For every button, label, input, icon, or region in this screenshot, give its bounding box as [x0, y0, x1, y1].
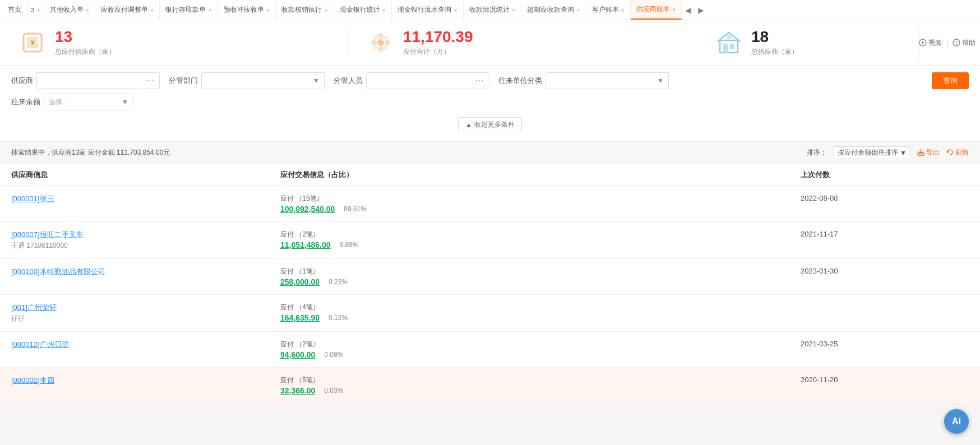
svg-rect-12	[720, 40, 738, 53]
stat-total-suppliers: 18 总供应商（家）	[696, 25, 919, 61]
nav-tab-3[interactable]: 3 ×	[27, 0, 44, 20]
supplier-cell: [000001]张三	[11, 194, 280, 204]
col-transaction-info: 应付交易信息（占比）	[280, 170, 801, 180]
filter-person: 分管人员 ···	[334, 72, 489, 89]
stat-payable-amount: 11,170.39 应付合计（万）	[348, 25, 696, 61]
trans-amount-link[interactable]: 258,000.00	[280, 277, 320, 286]
transaction-cell: 应付 （15笔） 100,092,540.00 89.61%	[280, 194, 801, 214]
balance-select[interactable]: 选择... ▼	[44, 94, 133, 110]
payable-suppliers-label: 总应付供应商（家）	[55, 47, 115, 57]
nav-tab-receipt-stat[interactable]: 收款情况统计 ×	[464, 0, 521, 20]
collapse-button[interactable]: ▲ 收起更多条件	[458, 117, 522, 132]
transaction-cell: 应付 （2笔） 11,051,486.00 9.89%	[280, 230, 801, 249]
supplier-link[interactable]: [000002]李四	[11, 376, 54, 384]
payable-amount-label: 应付合计（万）	[403, 47, 473, 57]
table-row: [000002]李四 应付 （5笔） 32,366.00 0.03% 2020-…	[0, 368, 980, 404]
close-icon[interactable]: ×	[672, 6, 676, 13]
transaction-cell: 应付 （2笔） 94,600.00 0.08%	[280, 340, 801, 359]
table-row: [001]广州荣轩 仔仔 应付 （4笔） 164,635.90 0.15%	[0, 295, 980, 332]
results-summary: 搜索结果中，供应商13家 应付金额 111,703,854.00元	[11, 148, 170, 157]
close-icon[interactable]: ×	[576, 7, 580, 13]
nav-next-arrow[interactable]: ▶	[695, 6, 708, 15]
supplier-cell: [000012]广州贝瑞	[11, 340, 280, 350]
refresh-button[interactable]: 刷新	[946, 148, 969, 157]
table-row: [000100]本特勤油品有限公司 应付 （1笔） 258,000.00 0.2…	[0, 259, 980, 295]
filter-row-2: 往来余额 选择... ▼	[11, 94, 969, 110]
help-circle-icon: ? 帮助	[953, 38, 976, 48]
svg-point-7	[385, 40, 390, 45]
stat-icon-store	[713, 27, 745, 58]
nav-tab-supplier-ledger[interactable]: 供应商账本 ×	[631, 0, 682, 20]
dept-select[interactable]: ▼	[201, 72, 325, 89]
sort-select[interactable]: 按应付余额倒序排序 ▼	[834, 146, 910, 159]
supplier-link[interactable]: [001]广州荣轩	[11, 303, 57, 312]
filter-area: 供应商 ··· 分管部门 ▼ 分管人员 ··· 往来单位分类	[0, 66, 980, 142]
close-icon[interactable]: ×	[454, 7, 457, 13]
table-row: [000012]广州贝瑞 应付 （2笔） 94,600.00 0.08% 202…	[0, 332, 980, 368]
query-button[interactable]: 查询	[932, 72, 969, 89]
total-suppliers-count: 18	[751, 29, 798, 45]
nav-tab-overdue-ar[interactable]: 超期应收款查询 ×	[521, 0, 586, 20]
nav-tab-bank-deposit[interactable]: 银行存取款单 ×	[160, 0, 218, 20]
supplier-link[interactable]: [000100]本特勤油品有限公司	[11, 267, 105, 276]
nav-tab-payment-exec[interactable]: 收款核销执行 ×	[276, 0, 334, 20]
trans-amount-link[interactable]: 164,635.90	[280, 313, 320, 322]
nav-tab-home[interactable]: 首页	[2, 0, 27, 20]
svg-marker-17	[922, 41, 924, 44]
svg-point-3	[377, 39, 384, 46]
help-area: 视频 | ? 帮助	[919, 25, 980, 61]
trans-amount-link[interactable]: 32,366.00	[280, 386, 315, 395]
svg-rect-13	[723, 44, 728, 53]
refresh-icon	[946, 149, 954, 157]
close-icon[interactable]: ×	[266, 7, 270, 13]
svg-point-10	[373, 45, 378, 50]
transaction-cell: 应付 （5笔） 32,366.00 0.03%	[280, 376, 801, 395]
last-pay-cell: 2020-11-20	[801, 376, 969, 384]
col-last-pay: 上次付数	[801, 170, 969, 180]
supplier-link[interactable]: [000012]广州贝瑞	[11, 340, 69, 349]
trans-amount-link[interactable]: 94,600.00	[280, 350, 315, 359]
filter-category: 往来单位分类 ▼	[498, 72, 669, 89]
nav-tab-prepay-offset[interactable]: 预收冲应收单 ×	[218, 0, 276, 20]
video-circle-icon: 视频	[919, 38, 942, 48]
nav-tab-other-income[interactable]: 其他收入单 ×	[44, 0, 95, 20]
last-pay-cell: 2023-01-30	[801, 267, 969, 275]
payable-amount-number: 11,170.39	[403, 29, 473, 45]
supplier-input[interactable]: ···	[36, 72, 160, 89]
filter-supplier: 供应商 ···	[11, 72, 160, 89]
transaction-cell: 应付 （1笔） 258,000.00 0.23%	[280, 267, 801, 286]
svg-point-9	[383, 35, 388, 40]
close-icon[interactable]: ×	[512, 7, 515, 13]
svg-point-4	[378, 33, 383, 39]
supplier-link[interactable]: [000001]张三	[11, 194, 54, 203]
close-icon[interactable]: ×	[86, 7, 89, 13]
svg-point-6	[371, 40, 377, 45]
export-button[interactable]: 导出	[917, 148, 940, 157]
close-icon[interactable]: ×	[621, 7, 625, 13]
close-icon[interactable]: ×	[324, 7, 327, 13]
supplier-cell: [001]广州荣轩 仔仔	[11, 303, 280, 323]
nav-tab-cash-flow-query[interactable]: 现金银行流水查询 ×	[392, 0, 463, 20]
filter-balance: 往来余额 选择... ▼	[11, 94, 133, 110]
category-select[interactable]: ▼	[546, 72, 669, 89]
last-pay-cell: 2022-08-08	[801, 194, 969, 202]
filter-collapse-row: ▲ 收起更多条件	[11, 115, 969, 135]
close-icon[interactable]: ×	[150, 7, 154, 13]
close-icon[interactable]: ×	[208, 7, 211, 13]
filter-row-1: 供应商 ··· 分管部门 ▼ 分管人员 ··· 往来单位分类	[11, 72, 969, 89]
col-supplier-info: 供应商信息	[11, 170, 280, 180]
trans-amount-link[interactable]: 11,051,486.00	[280, 240, 331, 249]
trans-amount-link[interactable]: 100,092,540.00	[280, 205, 335, 214]
supplier-link[interactable]: [000007]恒旺二手叉车	[11, 230, 84, 239]
svg-point-8	[373, 35, 378, 40]
close-icon[interactable]: ×	[36, 7, 40, 13]
nav-tab-customer-ledger[interactable]: 客户账本 ×	[586, 0, 631, 20]
nav-prev-arrow[interactable]: ◀	[682, 6, 695, 15]
nav-tab-cash-bank-stat[interactable]: 现金银行统计 ×	[334, 0, 392, 20]
close-icon[interactable]: ×	[382, 7, 386, 13]
person-input[interactable]: ···	[366, 72, 489, 89]
export-icon	[917, 149, 924, 157]
supplier-cell: [000007]恒旺二手叉车 王通 17106110000	[11, 230, 280, 251]
filter-dept: 分管部门 ▼	[169, 72, 325, 89]
nav-tab-ar-ap-adjust[interactable]: 应收应付调整单 ×	[95, 0, 160, 20]
